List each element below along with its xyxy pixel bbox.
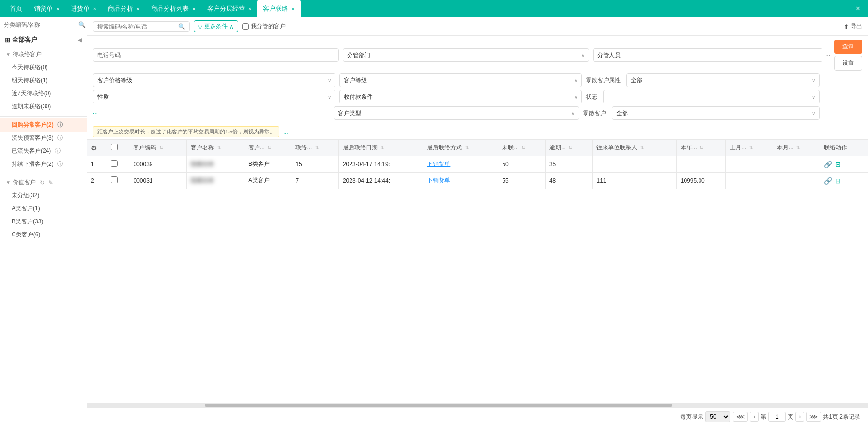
close-all-tabs[interactable]: × [852, 4, 864, 13]
sidebar-declining-customers[interactable]: 持续下滑客户(2) ⓘ [0, 158, 87, 171]
first-page-btn[interactable]: ⋘ [733, 412, 748, 422]
my-customer-checkbox[interactable]: 我分管的客户 [242, 22, 286, 30]
sort-icon-year[interactable]: ⇅ [700, 145, 703, 150]
nav-close-product-list[interactable]: × [192, 0, 195, 17]
nature-select[interactable]: 性质 ∨ [93, 90, 335, 103]
row1-last-method[interactable]: 下销货单 [423, 156, 498, 173]
sidebar-repurchase-abnormal[interactable]: 回购异常客户(2) ⓘ [0, 118, 87, 132]
nav-close-customer-contact[interactable]: × [291, 0, 294, 17]
sidebar-today-contact[interactable]: 今天待联络(0) [0, 61, 87, 74]
sort-icon-contacts[interactable]: ⇅ [640, 145, 644, 150]
sort-icon-name[interactable]: ⇅ [217, 145, 221, 150]
row2-qr-icon[interactable]: ⊞ [835, 177, 841, 185]
sort-icon-thismonth[interactable]: ⇅ [796, 145, 800, 150]
scatter-attr-field: 零散客户属性 全部 ∨ [586, 73, 820, 87]
sort-icon-code[interactable]: ⇅ [159, 145, 163, 150]
expand-more-icon[interactable]: ··· [93, 110, 98, 117]
main-search-icon[interactable]: 🔍 [178, 23, 185, 30]
th-settings[interactable]: ⚙ [87, 140, 107, 156]
phone-field[interactable]: 电话号码 [93, 48, 339, 62]
th-checkbox[interactable] [107, 140, 129, 156]
sidebar-all-customers[interactable]: ⊞ 全部客户 ◀ [0, 32, 87, 47]
tooltip-more-link[interactable]: ... [283, 129, 288, 135]
row1-select[interactable] [111, 160, 118, 167]
sort-icon-type[interactable]: ⇅ [267, 145, 271, 150]
customer-type-select[interactable]: 客户类型 ∨ [334, 106, 579, 120]
nav-close-sales[interactable]: × [56, 0, 59, 17]
sort-icon-method[interactable]: ⇅ [465, 145, 469, 150]
scatter-customer-select[interactable]: 全部 ∨ [612, 106, 820, 120]
main-search-input[interactable] [97, 23, 176, 30]
query-button[interactable]: 查询 [834, 40, 862, 54]
nav-product-analysis[interactable]: 商品分析 × [102, 0, 145, 17]
sort-icon-date[interactable]: ⇅ [380, 145, 384, 150]
horizontal-scrollbar[interactable] [87, 403, 868, 407]
sidebar-unclassified[interactable]: 未分组(32) [0, 189, 87, 202]
last-page-btn[interactable]: ⋙ [806, 412, 821, 422]
value-customer-title[interactable]: ▼ 价值客户 ↻ ✎ [0, 176, 87, 189]
select-all-checkbox[interactable] [111, 144, 118, 150]
my-customer-check[interactable] [242, 23, 249, 30]
nav-product-analysis-list[interactable]: 商品分析列表 × [145, 0, 201, 17]
sidebar-week-contact[interactable]: 近7天待联络(0) [0, 87, 87, 100]
table-row: 2 000031 隐藏名称 A类客户 7 2023-04-12 14:44: 下… [87, 173, 868, 189]
page-number-input[interactable] [768, 412, 786, 422]
row1-uncontacted: 50 [498, 156, 546, 173]
sort-icon-uncontacted[interactable]: ⇅ [521, 145, 525, 150]
division-dept-select[interactable]: 分管部门 ∨ [343, 48, 589, 62]
nav-close-customer-stratify[interactable]: × [248, 0, 251, 17]
row1-name[interactable]: 隐藏名称 [187, 156, 244, 173]
row2-checkbox[interactable] [107, 173, 129, 189]
nav-customer-stratify[interactable]: 客户分层经营 × [201, 0, 257, 17]
row1-qr-icon[interactable]: ⊞ [835, 161, 841, 168]
info-icon-1: ⓘ [57, 121, 63, 128]
nav-customer-contact[interactable]: 客户联络 × [257, 0, 300, 17]
next-page-btn[interactable]: › [795, 412, 804, 422]
nav-sales-order[interactable]: 销货单 × [28, 0, 65, 17]
row2-last-month [726, 173, 773, 189]
nav-purchase-order[interactable]: 进货单 × [65, 0, 102, 17]
customer-level-select[interactable]: 客户等级 ∨ [339, 73, 582, 87]
prev-page-btn[interactable]: ‹ [750, 412, 759, 422]
scroll-thumb[interactable] [205, 404, 672, 407]
pending-contact-title[interactable]: ▼ 待联络客户 [0, 48, 87, 61]
nav-close-purchase[interactable]: × [93, 0, 96, 17]
settings-icon[interactable]: ⚙ [91, 144, 97, 152]
sort-icon-overdue[interactable]: ⇅ [568, 145, 572, 150]
nav-close-product-analysis[interactable]: × [137, 0, 139, 17]
more-dots-icon[interactable]: ··· [825, 52, 830, 59]
row2-select[interactable] [111, 176, 118, 183]
export-btn[interactable]: ⬆ 导出 [844, 22, 862, 30]
row2-name[interactable]: 隐藏名称 [187, 173, 244, 189]
scatter-attr-select[interactable]: 全部 ∨ [626, 73, 820, 87]
payment-condition-select[interactable]: 收付款条件 ∨ [339, 90, 582, 103]
row1-link-icon[interactable]: 🔗 [824, 161, 832, 168]
sort-icon-lastmonth[interactable]: ⇅ [749, 145, 753, 150]
row2-link-icon[interactable]: 🔗 [824, 177, 832, 185]
row1-checkbox[interactable] [107, 156, 129, 173]
sidebar-a-customers[interactable]: A类客户(1) [0, 202, 87, 215]
row2-contacts: 111 [593, 173, 676, 189]
edit-icon[interactable]: ✎ [48, 179, 53, 186]
sidebar-b-customers[interactable]: B类客户(33) [0, 215, 87, 228]
sidebar-search-input[interactable] [4, 21, 76, 28]
division-person-select[interactable]: 分管人员 [593, 48, 822, 62]
row2-last-method[interactable]: 下销货单 [423, 173, 498, 189]
more-conditions-btn[interactable]: ▽ 更多条件 ∧ [194, 20, 238, 32]
page-size-select[interactable]: 50 100 200 [705, 411, 730, 422]
refresh-icon[interactable]: ↻ [40, 179, 45, 186]
sidebar-overdue-contact[interactable]: 逾期未联络(30) [0, 100, 87, 113]
setting-button[interactable]: 设置 [834, 56, 862, 71]
sidebar-loss-warning[interactable]: 流失预警客户(3) ⓘ [0, 132, 87, 145]
nav-home[interactable]: 首页 [4, 0, 28, 17]
sidebar-c-customers[interactable]: C类客户(6) [0, 228, 87, 241]
sidebar-tomorrow-contact[interactable]: 明天待联络(1) [0, 74, 87, 87]
sidebar-search-icon[interactable]: 🔍 [78, 21, 86, 28]
info-icon-3: ⓘ [55, 147, 61, 154]
sidebar-lost-customers[interactable]: 已流失客户(24) ⓘ [0, 145, 87, 158]
row2-actions: 🔗 ⊞ [820, 173, 868, 189]
price-level-select[interactable]: 客户价格等级 ∨ [93, 73, 335, 87]
th-last-month: 上月... ⇅ [726, 140, 773, 156]
sort-icon-contact[interactable]: ⇅ [315, 145, 319, 150]
status-select[interactable]: ∨ [603, 90, 820, 103]
